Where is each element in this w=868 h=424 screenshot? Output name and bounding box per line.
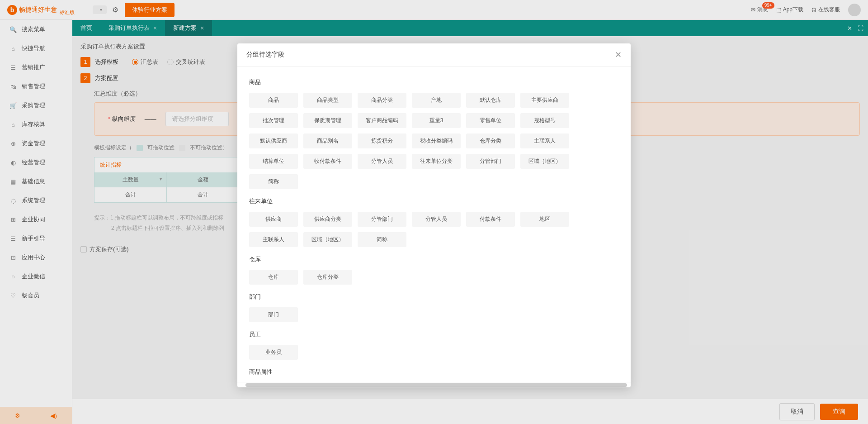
tag-row: 供应商供应商分类分管部门分管人员付款条件地区主联系人区域（地区）简称	[249, 212, 619, 247]
group-title: 仓库	[249, 255, 619, 263]
group-title: 往来单位	[249, 197, 619, 205]
field-tag[interactable]: 简称	[249, 174, 298, 189]
field-tag[interactable]: 分管部门	[358, 212, 406, 227]
field-tag[interactable]: 仓库分类	[466, 133, 515, 148]
group-title: 商品	[249, 78, 619, 86]
tag-row: 商品商品类型商品分类产地默认仓库主要供应商批次管理保质期管理客户商品编码重量3零…	[249, 93, 619, 189]
field-tag[interactable]: 商品	[249, 93, 298, 108]
field-tag[interactable]: 分管部门	[466, 154, 515, 169]
modal-header: 分组待选字段 ✕	[237, 43, 631, 67]
field-tag[interactable]: 地区	[520, 212, 569, 227]
field-tag[interactable]: 供应商分类	[303, 212, 352, 227]
field-tag[interactable]: 主要供应商	[520, 93, 569, 108]
modal-title: 分组待选字段	[246, 51, 284, 59]
field-tag[interactable]: 供应商	[249, 212, 298, 227]
field-tag[interactable]: 拣货积分	[358, 133, 406, 148]
group-title: 部门	[249, 293, 619, 301]
modal-body: 商品商品商品类型商品分类产地默认仓库主要供应商批次管理保质期管理客户商品编码重量…	[237, 67, 631, 382]
field-tag[interactable]: 分管人员	[412, 212, 461, 227]
field-tag[interactable]: 保质期管理	[303, 113, 352, 128]
modal-overlay: 分组待选字段 ✕ 商品商品商品类型商品分类产地默认仓库主要供应商批次管理保质期管…	[0, 0, 868, 424]
field-tag[interactable]: 区域（地区）	[303, 232, 352, 247]
field-tag[interactable]: 重量3	[412, 113, 461, 128]
group-title: 员工	[249, 330, 619, 338]
group-title: 商品属性	[249, 368, 619, 376]
field-selector-modal: 分组待选字段 ✕ 商品商品商品类型商品分类产地默认仓库主要供应商批次管理保质期管…	[237, 43, 631, 387]
tag-row: 部门	[249, 307, 619, 322]
field-tag[interactable]: 业务员	[249, 345, 298, 360]
field-tag[interactable]: 客户商品编码	[358, 113, 406, 128]
field-tag[interactable]: 零售单位	[466, 113, 515, 128]
field-tag[interactable]: 区域（地区）	[520, 154, 569, 169]
tag-row: 业务员	[249, 345, 619, 360]
field-tag[interactable]: 税收分类编码	[412, 133, 461, 148]
field-tag[interactable]: 产地	[412, 93, 461, 108]
field-tag[interactable]: 批次管理	[249, 113, 298, 128]
field-tag[interactable]: 规格型号	[520, 113, 569, 128]
field-tag[interactable]: 简称	[358, 232, 406, 247]
field-tag[interactable]: 收付款条件	[303, 154, 352, 169]
field-tag[interactable]: 仓库分类	[303, 270, 352, 285]
field-tag[interactable]: 主联系人	[520, 133, 569, 148]
horizontal-scrollbar[interactable]	[237, 382, 631, 387]
field-tag[interactable]: 默认供应商	[249, 133, 298, 148]
field-tag[interactable]: 付款条件	[466, 212, 515, 227]
field-tag[interactable]: 仓库	[249, 270, 298, 285]
field-tag[interactable]: 默认仓库	[466, 93, 515, 108]
field-tag[interactable]: 商品别名	[303, 133, 352, 148]
field-tag[interactable]: 分管人员	[358, 154, 406, 169]
field-tag[interactable]: 主联系人	[249, 232, 298, 247]
close-icon[interactable]: ✕	[615, 50, 622, 60]
field-tag[interactable]: 部门	[249, 307, 298, 322]
field-tag[interactable]: 商品类型	[303, 93, 352, 108]
tag-row: 仓库仓库分类	[249, 270, 619, 285]
field-tag[interactable]: 商品分类	[358, 93, 406, 108]
field-tag[interactable]: 结算单位	[249, 154, 298, 169]
field-tag[interactable]: 往来单位分类	[412, 154, 461, 169]
